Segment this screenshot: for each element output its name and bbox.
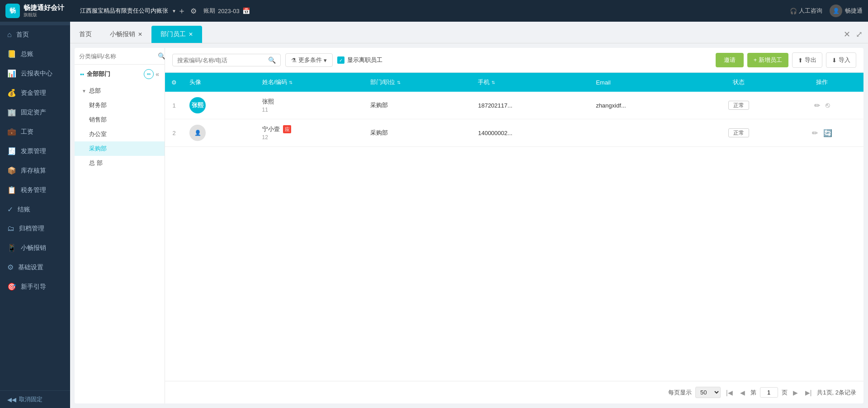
sidebar-item-invoice[interactable]: 🧾 发票管理 <box>0 141 70 161</box>
sidebar-item-ledger[interactable]: 📒 总账 <box>0 44 70 64</box>
sidebar-label-tax: 税务管理 <box>21 186 46 194</box>
tab-dept-employee[interactable]: 部门员工 ✕ <box>151 26 202 43</box>
last-page-button[interactable]: ▶| <box>803 388 814 397</box>
tab-xiaochang[interactable]: 小畅报销 ✕ <box>101 26 151 43</box>
sidebar-item-tax[interactable]: 📋 税务管理 <box>0 180 70 200</box>
tab-xiaochang-close[interactable]: ✕ <box>138 31 142 38</box>
dept-zongbu2-label: 总 部 <box>89 159 103 166</box>
sidebar-label-settings: 基础设置 <box>18 263 43 272</box>
grid-icon: ▪▪ <box>80 71 84 78</box>
delete-icon[interactable]: 🔄 <box>823 129 832 137</box>
tab-home-label: 首页 <box>79 30 92 38</box>
sidebar-item-home[interactable]: ⌂ 首页 <box>0 25 70 44</box>
sidebar-label-archive: 归档管理 <box>19 225 44 233</box>
tab-maximize-button[interactable]: ⤢ <box>854 28 864 41</box>
dept-item-zongbu[interactable]: ▼ 总部 <box>75 84 165 98</box>
sidebar-label-fixed-assets: 固定资产 <box>21 108 46 117</box>
sidebar-scroll-top <box>0 22 70 25</box>
app-logo-icon: 畅 <box>5 4 20 18</box>
row1-status: 正常 <box>697 92 781 119</box>
main-layout: ⌂ 首页 📒 总账 📊 云报表中心 💰 资金管理 🏢 固定资产 💼 工资 🧾 发… <box>0 22 868 408</box>
sidebar-item-archive[interactable]: 🗂 归档管理 <box>0 219 70 238</box>
import-button[interactable]: ⬇ 导入 <box>826 52 856 68</box>
th-name-code[interactable]: 姓名/编码 ⇅ <box>256 73 364 92</box>
page-input[interactable] <box>760 387 778 398</box>
edit-icon[interactable]: ✏ <box>812 129 818 137</box>
sidebar-label-invoice: 发票管理 <box>21 147 46 155</box>
th-dept-position[interactable]: 部门/职位 ⇅ <box>364 73 472 92</box>
row2-name: 宁小壹 应 <box>262 125 358 134</box>
logo-area: 畅 畅捷通好会计 旗舰版 <box>5 4 75 18</box>
sidebar-item-report[interactable]: 📊 云报表中心 <box>0 64 70 83</box>
pagination: 每页显示 50 10 20 100 |◀ ◀ 第 页 ▶ ▶| 共1页, 2条记… <box>165 381 863 403</box>
dept-item-zongbu2[interactable]: 总 部 <box>75 156 165 170</box>
app-title-group: 畅捷通好会计 旗舰版 <box>24 4 64 18</box>
row2-status: 正常 <box>697 119 781 147</box>
dept-search-icon: 🔍 <box>158 52 165 60</box>
sidebar-item-fixed-assets[interactable]: 🏢 固定资产 <box>0 103 70 122</box>
tab-dept-close[interactable]: ✕ <box>189 31 193 38</box>
sidebar-label-inventory: 库存核算 <box>21 167 46 175</box>
sidebar-item-salary[interactable]: 💼 工资 <box>0 122 70 141</box>
sidebar-item-fund[interactable]: 💰 资金管理 <box>0 83 70 103</box>
dept-item-caiwu[interactable]: 财务部 <box>75 98 165 113</box>
sidebar-item-new-guide[interactable]: 🎯 新手引导 <box>0 277 70 296</box>
edit-icon[interactable]: ✏ <box>814 101 820 110</box>
invite-label: 邀请 <box>724 56 736 63</box>
page-content: 🔍 ▪▪ 全部部门 ✏ « ▼ 总部 <box>75 48 863 403</box>
per-page-select[interactable]: 50 10 20 100 <box>695 387 721 398</box>
row2-phone: 140000002... <box>472 119 590 147</box>
sidebar-item-inventory[interactable]: 📦 库存核算 <box>0 161 70 180</box>
tab-close-all-button[interactable]: ✕ <box>842 28 852 41</box>
employee-search-input[interactable] <box>177 57 265 64</box>
sidebar-item-xiaochang[interactable]: 📱 小畅报销 <box>0 238 70 258</box>
user-avatar: 👤 <box>830 5 842 17</box>
th-settings[interactable]: ⚙ <box>165 73 183 92</box>
add-employee-button[interactable]: + 新增员工 <box>747 53 788 67</box>
add-tab-button[interactable]: ＋ <box>176 5 187 16</box>
cancel-pin-button[interactable]: ◀◀ 取消固定 <box>0 390 70 408</box>
prev-page-button[interactable]: ◀ <box>738 388 747 397</box>
dept-search-input[interactable] <box>79 53 155 60</box>
user-area[interactable]: 👤 畅捷通 <box>830 5 863 17</box>
row1-code: 11 <box>262 107 358 113</box>
company-name: 江西服宝精品有限责任公司内账张 <box>80 7 168 15</box>
employee-search-box: 🔍 <box>172 54 281 66</box>
support-button[interactable]: 🎧 人工咨询 <box>790 7 822 15</box>
row1-dept: 采购部 <box>364 92 472 119</box>
toolbar-right: 邀请 + 新增员工 ⬆ 导出 ⬇ 导入 <box>716 52 856 68</box>
th-avatar: 头像 <box>183 73 256 92</box>
status-badge: 正常 <box>728 101 749 110</box>
next-page-button[interactable]: ▶ <box>791 388 800 397</box>
dept-edit-button[interactable]: ✏ <box>144 69 154 79</box>
logout-icon[interactable]: ⎋ <box>826 101 830 109</box>
tab-home[interactable]: 首页 <box>70 26 101 43</box>
dept-item-bangong[interactable]: 办公室 <box>75 127 165 141</box>
guide-icon: 🎯 <box>7 282 16 291</box>
calendar-icon[interactable]: 📅 <box>242 7 250 14</box>
row1-actions: ✏ ⎋ <box>781 92 863 119</box>
dept-item-xiaoshou[interactable]: 销售部 <box>75 113 165 127</box>
export-button[interactable]: ⬆ 导出 <box>792 52 822 68</box>
row1-phone: 187202117... <box>472 92 590 119</box>
dept-header-icons: ✏ « <box>144 69 159 79</box>
th-phone[interactable]: 手机 ⇅ <box>472 73 590 92</box>
row2-actions: ✏ 🔄 <box>781 119 863 147</box>
add-employee-label: + 新增员工 <box>754 56 782 64</box>
company-selector[interactable]: 江西服宝精品有限责任公司内账张 ▼ <box>80 7 176 15</box>
invite-button[interactable]: 邀请 <box>716 53 744 67</box>
dept-collapse-button[interactable]: « <box>156 70 159 78</box>
first-page-button[interactable]: |◀ <box>724 388 735 397</box>
table-row: 2 👤 宁小壹 <box>165 119 863 147</box>
show-resigned-checkbox[interactable]: ✓ <box>337 56 344 64</box>
dept-item-caigou[interactable]: 采购部 <box>75 141 165 156</box>
archive-icon: 🗂 <box>7 225 14 233</box>
sort-name-icon: ⇅ <box>289 80 292 85</box>
row2-name-code: 宁小壹 应 12 <box>256 119 364 147</box>
period-area: 账期 2023-03 📅 <box>203 7 250 15</box>
header-settings-button[interactable]: ⚙ <box>187 5 200 17</box>
more-filter-button[interactable]: ⚗ 更多条件 ▾ <box>285 53 333 67</box>
sidebar-item-basic-settings[interactable]: ⚙ 基础设置 <box>0 258 70 277</box>
sidebar-item-checkout[interactable]: ✓ 结账 <box>0 200 70 219</box>
dept-header: ▪▪ 全部部门 ✏ « <box>75 65 165 82</box>
